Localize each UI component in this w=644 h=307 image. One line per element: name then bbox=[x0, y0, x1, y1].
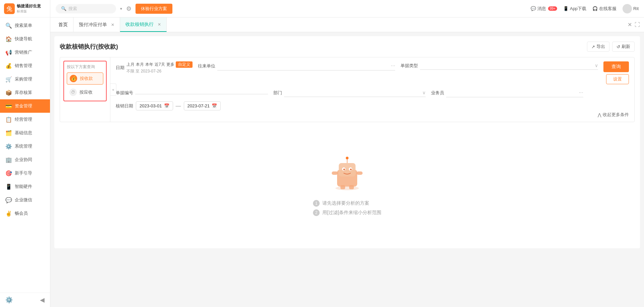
date-btn-7days[interactable]: 近7天 bbox=[155, 62, 165, 67]
date-btn-this-year[interactable]: 本年 bbox=[145, 62, 153, 67]
svg-rect-11 bbox=[340, 185, 345, 189]
filter-option-by-receipt[interactable]: 💰 按收款 bbox=[67, 72, 103, 85]
collapse-more-btn[interactable]: ⋀ 收起更多条件 bbox=[116, 112, 629, 118]
system-icon: ⚙️ bbox=[5, 143, 12, 150]
calendar-icon-from: 📅 bbox=[164, 103, 169, 108]
wechat-icon: 💬 bbox=[5, 197, 12, 203]
query-btn[interactable]: 查询 bbox=[603, 61, 629, 72]
sidebar-item-member[interactable]: ✌️ 畅会员 bbox=[0, 207, 50, 220]
basic-icon: 🗂️ bbox=[5, 130, 12, 136]
date-btn-more[interactable]: 更多 bbox=[166, 62, 174, 67]
tab-close-all-icon[interactable]: ✕ bbox=[628, 21, 632, 28]
guide-icon: 🎯 bbox=[5, 170, 12, 176]
username-label: Rit bbox=[633, 6, 639, 11]
staff-dots: ··· bbox=[579, 90, 583, 96]
svg-point-6 bbox=[350, 169, 352, 170]
hardware-icon: 📱 bbox=[5, 183, 12, 190]
calendar-icon-to: 📅 bbox=[212, 103, 217, 108]
service-icon: 🎧 bbox=[592, 6, 598, 11]
date-unlimited-text: 不限 至 2023-07-26 bbox=[126, 68, 193, 74]
refresh-icon: ↺ bbox=[616, 44, 620, 49]
filter-row-2: 单据编号 部门 ∨ 业务员 bbox=[116, 88, 629, 97]
search-bar-icon: 🔍 bbox=[61, 6, 66, 11]
tab-expand-icon[interactable]: ⛶ bbox=[635, 22, 640, 28]
tab-prepay[interactable]: 预付冲应付单 ✕ bbox=[73, 17, 120, 32]
main-area: 🔍 搜索 ▾ ⚙ 休验行业方案 💬 消息 99+ 📱 App下载 🎧 在线客服 bbox=[50, 0, 644, 307]
sidebar-item-marketing[interactable]: 📢 营销推广 bbox=[0, 46, 50, 59]
collapse-sidebar-icon[interactable]: ◀ bbox=[40, 296, 45, 304]
empty-illustration bbox=[327, 153, 367, 193]
export-btn[interactable]: ↗ 导出 bbox=[587, 42, 609, 52]
date-btn-this-month[interactable]: 本月 bbox=[136, 62, 144, 67]
tab-receivable[interactable]: 收款核销执行 ✕ bbox=[120, 17, 167, 32]
app-download-item[interactable]: 📱 App下载 bbox=[563, 6, 586, 12]
settings-bottom-icon[interactable]: ⚙️ bbox=[5, 296, 13, 304]
sidebar-item-inventory[interactable]: 📦 库存核算 bbox=[0, 86, 50, 99]
finance-icon: 💳 bbox=[5, 103, 12, 109]
sidebar: 兔 畅捷通好生意 标准版 🔍 搜索菜单 🏠 快捷导航 📢 营销推广 💰 销售管理… bbox=[0, 0, 50, 307]
industry-btn[interactable]: 休验行业方案 bbox=[136, 4, 172, 14]
sidebar-item-hardware[interactable]: 📱 智能硬件 bbox=[0, 180, 50, 193]
purchase-icon: 🛒 bbox=[5, 76, 12, 83]
filter-option-by-receivable[interactable]: ⏱ 按应收 bbox=[67, 87, 103, 98]
doctype-arrow: ∨ bbox=[595, 63, 598, 68]
filter-panel-title: 按以下方案查询 bbox=[67, 64, 103, 70]
sidebar-item-shortcuts[interactable]: 🏠 快捷导航 bbox=[0, 32, 50, 46]
filter-row-3: 核销日期 2023-03-01 📅 — 2023-07-21 📅 bbox=[116, 101, 629, 110]
sidebar-item-system[interactable]: ⚙️ 系统管理 bbox=[0, 140, 50, 153]
writeoff-from-input[interactable]: 2023-03-01 📅 bbox=[136, 101, 173, 110]
svg-point-0 bbox=[335, 186, 359, 190]
header-dropdown-icon[interactable]: ▾ bbox=[120, 6, 122, 11]
tab-receivable-close[interactable]: ✕ bbox=[158, 22, 161, 27]
filter-partner-field: 往来单位 ··· bbox=[198, 61, 395, 70]
dept-label: 部门 bbox=[273, 90, 282, 96]
sidebar-item-sales[interactable]: 💰 销售管理 bbox=[0, 59, 50, 72]
date-btn-last-month[interactable]: 上月 bbox=[126, 62, 135, 67]
sidebar-item-guide[interactable]: 🎯 新手引导 bbox=[0, 166, 50, 180]
svg-point-5 bbox=[343, 169, 345, 170]
dept-select[interactable]: ∨ bbox=[284, 89, 426, 97]
page-inner: 收款核销执行(按收款) ↗ 导出 ↺ 刷新 按以下方案 bbox=[54, 36, 640, 248]
svg-rect-9 bbox=[332, 171, 338, 175]
sidebar-item-business[interactable]: 📋 经营管理 bbox=[0, 113, 50, 126]
header-search-bar[interactable]: 🔍 搜索 bbox=[56, 4, 116, 13]
search-icon: 🔍 bbox=[5, 22, 12, 29]
app-logo: 兔 畅捷通好生意 标准版 bbox=[0, 0, 50, 17]
tab-home[interactable]: 首页 bbox=[53, 17, 73, 32]
logo-icon: 兔 bbox=[4, 3, 15, 14]
date-btn-custom[interactable]: 自定义 bbox=[176, 61, 193, 68]
partner-input[interactable]: ··· bbox=[217, 61, 395, 70]
filter-panel-right: 日期 上月 本月 本年 近7天 更多 自定义 不限 至 bbox=[110, 57, 634, 122]
sidebar-item-purchase[interactable]: 🛒 采购管理 bbox=[0, 72, 50, 86]
messages-badge: 99+ bbox=[548, 6, 557, 11]
header-gear-icon[interactable]: ⚙ bbox=[126, 5, 131, 12]
filter-panel-left: 按以下方案查询 💰 按收款 ⏱ 按应收 bbox=[60, 57, 110, 122]
sidebar-item-search[interactable]: 🔍 搜索菜单 bbox=[0, 19, 50, 32]
tab-bar: 首页 预付冲应付单 ✕ 收款核销执行 ✕ ✕ ⛶ bbox=[50, 17, 644, 32]
filter-writeoff-date-field: 核销日期 2023-03-01 📅 — 2023-07-21 📅 bbox=[116, 101, 221, 110]
header-left: 🔍 搜索 ▾ ⚙ 休验行业方案 bbox=[56, 4, 172, 14]
partner-label: 往来单位 bbox=[198, 63, 215, 69]
sidebar-nav: 🔍 搜索菜单 🏠 快捷导航 📢 营销推广 💰 销售管理 🛒 采购管理 📦 库存核… bbox=[0, 17, 50, 293]
doctype-select[interactable]: ∨ bbox=[420, 61, 598, 70]
tab-prepay-close[interactable]: ✕ bbox=[111, 22, 114, 27]
filter-collapse-btn[interactable]: « bbox=[110, 84, 116, 96]
doctype-label: 单据类型 bbox=[400, 63, 418, 69]
sidebar-item-basic[interactable]: 🗂️ 基础信息 bbox=[0, 126, 50, 140]
user-profile[interactable]: Rit bbox=[623, 4, 639, 13]
svg-rect-10 bbox=[357, 171, 363, 175]
writeoff-date-label: 核销日期 bbox=[116, 103, 133, 109]
sidebar-item-wechat[interactable]: 💬 企业微信 bbox=[0, 193, 50, 207]
online-service-item[interactable]: 🎧 在线客服 bbox=[592, 6, 616, 12]
refresh-btn[interactable]: ↺ 刷新 bbox=[612, 42, 635, 52]
empty-tip-1: 1 请先选择要分析的方案 bbox=[313, 200, 381, 207]
sidebar-item-finance[interactable]: 💳 资金管理 bbox=[0, 99, 50, 113]
docno-input[interactable] bbox=[135, 91, 268, 94]
sidebar-item-enterprise[interactable]: 🏢 企业协同 bbox=[0, 153, 50, 166]
staff-input[interactable]: ··· bbox=[446, 88, 583, 97]
page-header: 收款核销执行(按收款) ↗ 导出 ↺ 刷新 bbox=[60, 42, 635, 52]
writeoff-to-input[interactable]: 2023-07-21 📅 bbox=[184, 101, 221, 110]
page-title: 收款核销执行(按收款) bbox=[60, 43, 118, 51]
filter-settings-btn[interactable]: 设置 bbox=[606, 74, 629, 84]
messages-item[interactable]: 💬 消息 99+ bbox=[531, 6, 557, 12]
